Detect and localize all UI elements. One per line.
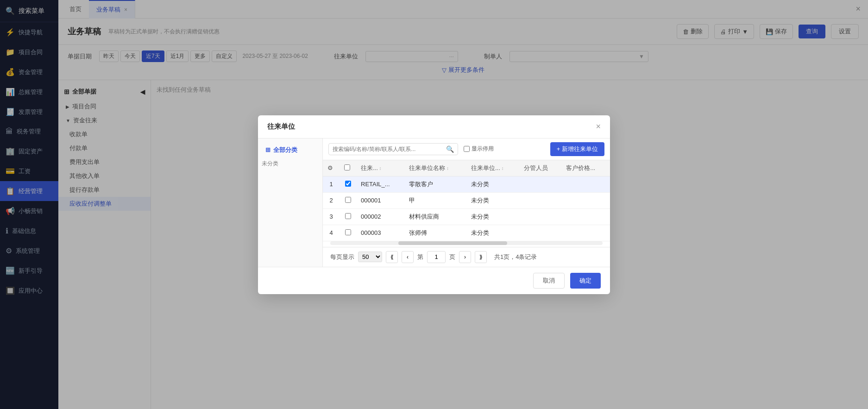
row1-category: 未分类 xyxy=(466,176,519,192)
row2-no: 2 xyxy=(323,192,340,208)
row2-code: 000001 xyxy=(356,192,404,208)
row2-checkbox[interactable] xyxy=(345,197,351,203)
dialog-table-header: ⚙ 往来... 往来单位名称 往来单位... 分管人员 客户价格... xyxy=(323,160,610,176)
dialog-sidebar: ⊞ 全部分类 未分类 xyxy=(258,138,323,267)
page-suffix: 页 xyxy=(449,253,455,261)
row1-actions: 1 xyxy=(323,176,340,192)
row2-name: 甲 xyxy=(404,192,466,208)
col-name-header[interactable]: 往来单位名称 xyxy=(404,160,466,176)
dialog-main: 🔍 显示停用 + 新增往来单位 xyxy=(323,138,610,267)
dialog-sidebar-uncategorized[interactable]: 未分类 xyxy=(258,158,322,170)
partner-dialog: 往来单位 × ⊞ 全部分类 未分类 🔍 xyxy=(258,115,610,294)
per-page-select[interactable]: 50 100 xyxy=(358,252,382,262)
col-price-header: 客户价格... xyxy=(561,160,610,176)
dialog-table: ⚙ 往来... 往来单位名称 往来单位... 分管人员 客户价格... xyxy=(323,160,610,241)
row4-code: 000003 xyxy=(356,225,404,241)
select-all-checkbox[interactable] xyxy=(344,164,350,170)
settings-col-icon[interactable]: ⚙ xyxy=(327,164,333,171)
dialog-header: 往来单位 × xyxy=(258,115,610,138)
confirm-button[interactable]: 确定 xyxy=(570,273,601,289)
row3-name: 材料供应商 xyxy=(404,208,466,225)
row3-check xyxy=(340,208,356,225)
dialog-actions: 取消 确定 xyxy=(258,267,610,294)
cancel-button[interactable]: 取消 xyxy=(533,273,565,289)
row1-name: 零散客户 xyxy=(404,176,466,192)
col-code-header[interactable]: 往来... xyxy=(356,160,404,176)
page-next-btn[interactable]: › xyxy=(459,251,471,263)
col-person-header: 分管人员 xyxy=(519,160,561,176)
total-label: 共1页，4条记录 xyxy=(494,253,537,261)
dialog-search-input[interactable] xyxy=(333,146,444,152)
dialog-pagination: 每页显示 50 100 ⟪ ‹ 第 页 › ⟫ 共1页，4条记录 xyxy=(323,247,610,267)
col-actions-header: ⚙ xyxy=(323,160,340,176)
table-row[interactable]: 4 000003 张师傅 未分类 xyxy=(323,225,610,241)
row2-category: 未分类 xyxy=(466,192,519,208)
row1-price xyxy=(561,176,610,192)
row1-check xyxy=(340,176,356,192)
show-disabled-checkbox[interactable] xyxy=(464,146,470,152)
row1-checkbox[interactable] xyxy=(345,181,351,187)
dialog-body: ⊞ 全部分类 未分类 🔍 显示停用 xyxy=(258,138,610,267)
row3-no: 3 xyxy=(323,208,340,225)
page-number-input[interactable] xyxy=(427,251,446,263)
row4-check xyxy=(340,225,356,241)
row3-price xyxy=(561,208,610,225)
new-partner-button[interactable]: + 新增往来单位 xyxy=(550,142,604,156)
confirm-label: 确定 xyxy=(579,277,591,284)
row1-person xyxy=(519,176,561,192)
dialog-search-icon: 🔍 xyxy=(446,145,454,153)
table-row[interactable]: 1 RETAIL_... 零散客户 未分类 xyxy=(323,176,610,192)
page-last-btn[interactable]: ⟫ xyxy=(475,251,487,263)
show-disabled-label: 显示停用 xyxy=(472,145,494,153)
row2-person xyxy=(519,192,561,208)
row2-price xyxy=(561,192,610,208)
page-prev-btn[interactable]: ‹ xyxy=(402,251,414,263)
page-first-btn[interactable]: ⟪ xyxy=(386,251,398,263)
row1-code: RETAIL_... xyxy=(356,176,404,192)
per-page-label: 每页显示 xyxy=(330,253,354,261)
dialog-sidebar-uncat-label: 未分类 xyxy=(262,160,278,168)
dialog-sidebar-all-label: 全部分类 xyxy=(273,146,297,154)
dialog-close-button[interactable]: × xyxy=(596,122,601,132)
col-category-header[interactable]: 往来单位... xyxy=(466,160,519,176)
scrollbar-thumb[interactable] xyxy=(398,241,507,245)
row4-no: 4 xyxy=(323,225,340,241)
dialog-search-wrap[interactable]: 🔍 xyxy=(328,143,458,155)
modal-overlay: 往来单位 × ⊞ 全部分类 未分类 🔍 xyxy=(0,0,868,409)
show-disabled-wrap: 显示停用 xyxy=(464,145,494,153)
table-row[interactable]: 3 000002 材料供应商 未分类 xyxy=(323,208,610,225)
dialog-title: 往来单位 xyxy=(267,122,295,131)
page-text-label: 第 xyxy=(417,253,423,261)
table-row[interactable]: 2 000001 甲 未分类 xyxy=(323,192,610,208)
dialog-toolbar: 🔍 显示停用 + 新增往来单位 xyxy=(323,138,610,160)
row4-price xyxy=(561,225,610,241)
row3-person xyxy=(519,208,561,225)
horizontal-scrollbar[interactable] xyxy=(330,241,603,245)
row3-code: 000002 xyxy=(356,208,404,225)
row3-category: 未分类 xyxy=(466,208,519,225)
dialog-table-body: 1 RETAIL_... 零散客户 未分类 xyxy=(323,176,610,241)
row2-check xyxy=(340,192,356,208)
cancel-label: 取消 xyxy=(543,277,555,284)
row4-person xyxy=(519,225,561,241)
row4-checkbox[interactable] xyxy=(345,229,351,235)
row4-category: 未分类 xyxy=(466,225,519,241)
dialog-sidebar-all-category[interactable]: ⊞ 全部分类 xyxy=(258,142,322,158)
col-check-header xyxy=(340,160,356,176)
row4-name: 张师傅 xyxy=(404,225,466,241)
dialog-table-wrap: ⚙ 往来... 往来单位名称 往来单位... 分管人员 客户价格... xyxy=(323,160,610,241)
row3-checkbox[interactable] xyxy=(345,213,351,219)
new-partner-label: + 新增往来单位 xyxy=(557,145,598,152)
grid-icon: ⊞ xyxy=(265,146,270,153)
